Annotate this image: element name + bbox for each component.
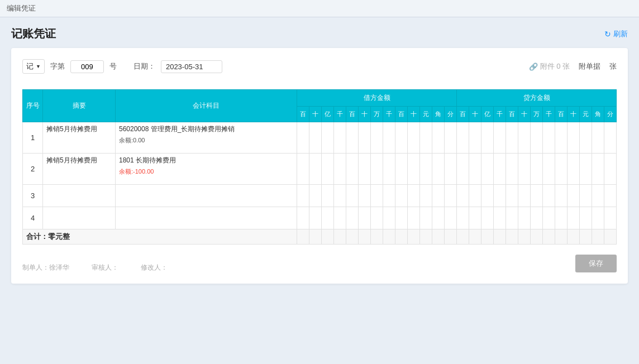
subject-cell[interactable] [116, 207, 297, 229]
attachment-link[interactable]: 🔗 附件 0 张 [529, 61, 570, 71]
credit-digit-cell[interactable] [580, 207, 592, 229]
credit-digit-cell[interactable] [531, 122, 543, 154]
credit-digit-cell[interactable] [469, 122, 481, 154]
credit-digit-cell[interactable] [555, 122, 568, 154]
debit-digit-cell[interactable] [383, 154, 395, 185]
debit-digit-cell[interactable] [445, 207, 457, 229]
debit-digit-cell[interactable] [432, 207, 445, 229]
debit-digit-cell[interactable] [445, 122, 457, 154]
credit-digit-cell[interactable] [604, 154, 617, 185]
credit-digit-cell[interactable] [543, 207, 555, 229]
debit-digit-cell[interactable] [420, 207, 432, 229]
credit-digit-cell[interactable] [592, 185, 604, 207]
debit-digit-cell[interactable] [359, 185, 371, 207]
credit-digit-cell[interactable] [555, 207, 568, 229]
credit-digit-cell[interactable] [481, 154, 494, 185]
debit-digit-cell[interactable] [309, 122, 322, 154]
debit-digit-cell[interactable] [408, 207, 420, 229]
debit-digit-cell[interactable] [309, 207, 322, 229]
credit-digit-cell[interactable] [604, 185, 617, 207]
debit-digit-cell[interactable] [297, 122, 309, 154]
debit-digit-cell[interactable] [395, 185, 408, 207]
credit-digit-cell[interactable] [592, 207, 604, 229]
debit-digit-cell[interactable] [408, 185, 420, 207]
debit-digit-cell[interactable] [371, 122, 383, 154]
credit-digit-cell[interactable] [506, 154, 518, 185]
debit-digit-cell[interactable] [432, 185, 445, 207]
debit-digit-cell[interactable] [346, 185, 359, 207]
credit-digit-cell[interactable] [592, 154, 604, 185]
summary-cell[interactable]: 摊销5月待摊费用 [43, 154, 116, 185]
credit-digit-cell[interactable] [518, 185, 531, 207]
subject-cell[interactable]: 1801 长期待摊费用余额:-100.00 [116, 154, 297, 185]
subject-cell[interactable]: 56020008 管理费用_长期待摊费用摊销余额:0.00 [116, 122, 297, 154]
credit-digit-cell[interactable] [568, 122, 580, 154]
debit-digit-cell[interactable] [383, 122, 395, 154]
debit-digit-cell[interactable] [346, 154, 359, 185]
credit-digit-cell[interactable] [494, 154, 506, 185]
credit-digit-cell[interactable] [481, 185, 494, 207]
summary-cell[interactable] [43, 185, 116, 207]
debit-digit-cell[interactable] [371, 185, 383, 207]
credit-digit-cell[interactable] [531, 185, 543, 207]
voucher-number-input[interactable] [70, 60, 104, 73]
debit-digit-cell[interactable] [432, 122, 445, 154]
credit-digit-cell[interactable] [518, 154, 531, 185]
single-doc-button[interactable]: 附单据 [579, 61, 600, 71]
credit-digit-cell[interactable] [457, 207, 469, 229]
credit-digit-cell[interactable] [568, 154, 580, 185]
debit-digit-cell[interactable] [309, 154, 322, 185]
credit-digit-cell[interactable] [494, 207, 506, 229]
debit-digit-cell[interactable] [334, 122, 346, 154]
credit-digit-cell[interactable] [580, 154, 592, 185]
debit-digit-cell[interactable] [322, 154, 334, 185]
debit-digit-cell[interactable] [297, 154, 309, 185]
debit-digit-cell[interactable] [383, 185, 395, 207]
debit-digit-cell[interactable] [383, 207, 395, 229]
credit-digit-cell[interactable] [568, 207, 580, 229]
debit-digit-cell[interactable] [322, 207, 334, 229]
credit-digit-cell[interactable] [469, 185, 481, 207]
summary-cell[interactable]: 摊销5月待摊费用 [43, 122, 116, 154]
debit-digit-cell[interactable] [297, 207, 309, 229]
debit-digit-cell[interactable] [420, 154, 432, 185]
credit-digit-cell[interactable] [580, 185, 592, 207]
debit-digit-cell[interactable] [445, 185, 457, 207]
debit-digit-cell[interactable] [322, 185, 334, 207]
credit-digit-cell[interactable] [457, 154, 469, 185]
debit-digit-cell[interactable] [395, 122, 408, 154]
debit-digit-cell[interactable] [420, 122, 432, 154]
credit-digit-cell[interactable] [457, 122, 469, 154]
debit-digit-cell[interactable] [371, 154, 383, 185]
debit-digit-cell[interactable] [334, 154, 346, 185]
credit-digit-cell[interactable] [543, 122, 555, 154]
debit-digit-cell[interactable] [346, 207, 359, 229]
debit-digit-cell[interactable] [359, 207, 371, 229]
credit-digit-cell[interactable] [494, 185, 506, 207]
credit-digit-cell[interactable] [481, 207, 494, 229]
debit-digit-cell[interactable] [346, 122, 359, 154]
debit-digit-cell[interactable] [395, 154, 408, 185]
debit-digit-cell[interactable] [359, 154, 371, 185]
credit-digit-cell[interactable] [531, 207, 543, 229]
credit-digit-cell[interactable] [543, 185, 555, 207]
credit-digit-cell[interactable] [506, 122, 518, 154]
credit-digit-cell[interactable] [518, 207, 531, 229]
credit-digit-cell[interactable] [555, 154, 568, 185]
ji-select[interactable]: 记 ▼ [22, 59, 45, 74]
debit-digit-cell[interactable] [297, 185, 309, 207]
debit-digit-cell[interactable] [359, 122, 371, 154]
credit-digit-cell[interactable] [555, 185, 568, 207]
subject-cell[interactable] [116, 185, 297, 207]
credit-digit-cell[interactable] [604, 122, 617, 154]
credit-digit-cell[interactable] [531, 154, 543, 185]
credit-digit-cell[interactable] [568, 185, 580, 207]
debit-digit-cell[interactable] [371, 207, 383, 229]
summary-cell[interactable] [43, 207, 116, 229]
save-button[interactable]: 保存 [575, 255, 617, 272]
debit-digit-cell[interactable] [309, 185, 322, 207]
credit-digit-cell[interactable] [580, 122, 592, 154]
debit-digit-cell[interactable] [322, 122, 334, 154]
credit-digit-cell[interactable] [469, 207, 481, 229]
credit-digit-cell[interactable] [518, 122, 531, 154]
